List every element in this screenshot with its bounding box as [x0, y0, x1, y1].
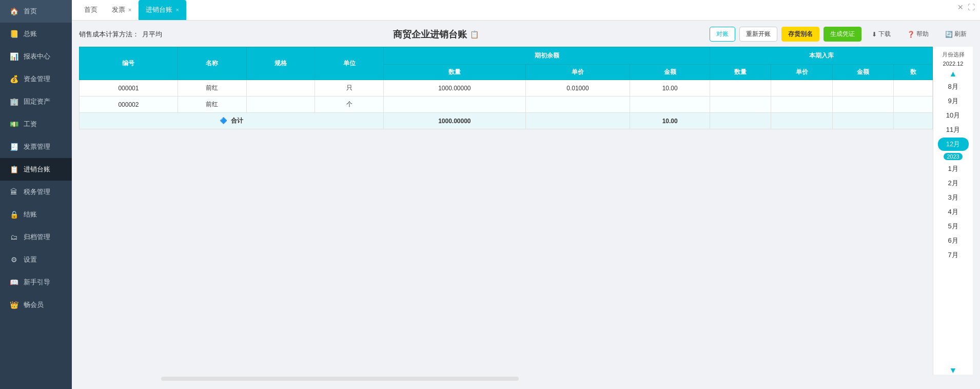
cell-in-qty: [710, 80, 771, 96]
col-name-header: 名称: [178, 47, 246, 80]
month-10[interactable]: 10月: [938, 109, 969, 122]
vip-icon: 👑: [9, 301, 18, 309]
archive-icon: 🗂: [9, 233, 18, 241]
cost-method-value: 月平均: [142, 30, 162, 39]
invoice-icon: 🧾: [9, 143, 18, 151]
sidebar-item-invoice[interactable]: 🧾 发票管理: [0, 135, 72, 158]
cell-spec: [246, 80, 315, 96]
col-in-price-header: 单价: [771, 65, 832, 80]
month-12[interactable]: 12月: [938, 138, 969, 151]
sidebar-item-funds[interactable]: 💰 资金管理: [0, 68, 72, 90]
sidebar-label-reports: 报表中心: [24, 52, 50, 61]
help-button[interactable]: ❓ 帮助: [901, 27, 935, 41]
sidebar-item-settings[interactable]: ⚙ 设置: [0, 248, 72, 271]
salary-icon: 💵: [9, 120, 18, 128]
close-account-icon: 🔒: [9, 210, 18, 219]
sidebar-item-assets[interactable]: 🏢 固定资产: [0, 90, 72, 113]
month-panel-title: 月份选择: [942, 51, 965, 59]
action-buttons: 对账 重新开账 存货别名 生成凭证 ⬇ 下载 ❓ 帮助 🔄 刷新: [710, 27, 973, 42]
sidebar-label-assets: 固定资产: [24, 97, 50, 106]
tab-home[interactable]: 首页: [77, 0, 105, 20]
month-4[interactable]: 4月: [938, 205, 969, 219]
sidebar-label-archive: 归档管理: [24, 232, 50, 242]
sidebar: 🏠 首页 📒 总账 📊 报表中心 💰 资金管理 🏢 固定资产 💵 工资 🧾 发票…: [0, 0, 72, 389]
ledger-icon: 📒: [9, 30, 18, 38]
cell-begin-amount: [630, 96, 710, 113]
month-5[interactable]: 5月: [938, 220, 969, 233]
cost-method-info: 销售成本计算方法： 月平均: [79, 30, 162, 39]
sidebar-item-vip[interactable]: 👑 畅会员: [0, 294, 72, 316]
sidebar-item-tax[interactable]: 🏛 税务管理: [0, 181, 72, 203]
total-in-price: [771, 113, 832, 129]
month-7[interactable]: 7月: [938, 248, 969, 262]
cell-spec: [246, 96, 315, 113]
page-title: 商贸企业进销台账: [393, 28, 467, 41]
tab-invoice-label: 发票: [112, 5, 125, 14]
inventory-icon: 📋: [9, 165, 18, 173]
generate-voucher-button[interactable]: 生成凭证: [824, 27, 861, 42]
sidebar-item-ledger[interactable]: 📒 总账: [0, 23, 72, 45]
cell-no: 000002: [80, 96, 178, 113]
cell-in-price: [771, 96, 832, 113]
sidebar-label-vip: 畅会员: [24, 300, 44, 309]
cell-begin-qty: [384, 96, 525, 113]
col-spec-header: 规格: [246, 47, 315, 80]
page-title-area: 商贸企业进销台账 📋: [393, 28, 479, 41]
sidebar-item-home[interactable]: 🏠 首页: [0, 0, 72, 23]
month-scroll-down[interactable]: ▼: [949, 366, 957, 375]
sidebar-item-guide[interactable]: 📖 新手引导: [0, 271, 72, 294]
col-begin-amount-header: 金额: [630, 65, 710, 80]
match-button[interactable]: 对账: [710, 27, 735, 42]
main-area: 首页 发票 × 进销台账 × ✕ ⛶ 销售成本计算方法： 月平均 商贸企业进销台…: [72, 0, 980, 389]
tab-home-label: 首页: [84, 5, 97, 14]
month-3[interactable]: 3月: [938, 191, 969, 204]
refresh-button[interactable]: 🔄 刷新: [939, 27, 973, 41]
window-close-button[interactable]: ✕: [957, 3, 964, 11]
sidebar-label-guide: 新手引导: [24, 278, 50, 287]
table-row: 000002 前红 个: [80, 96, 933, 113]
help-icon: ❓: [907, 31, 915, 38]
col-inbound-header: 本期入库: [710, 47, 933, 65]
tab-invoice-close[interactable]: ×: [128, 7, 131, 13]
month-scroll-up[interactable]: ▲: [949, 70, 957, 78]
col-no-header: 编号: [80, 47, 178, 80]
download-button[interactable]: ⬇ 下载: [866, 27, 897, 41]
sidebar-item-reports[interactable]: 📊 报表中心: [0, 45, 72, 68]
tab-inventory-close[interactable]: ×: [175, 7, 179, 13]
save-alias-button[interactable]: 存货别名: [781, 27, 819, 42]
month-2[interactable]: 2月: [938, 177, 969, 190]
tab-invoice[interactable]: 发票 ×: [105, 0, 139, 20]
tab-inventory-label: 进销台账: [146, 5, 172, 14]
cell-begin-qty: 1000.00000: [384, 80, 525, 96]
window-controls: ✕ ⛶: [957, 3, 975, 11]
cell-in-amount: [832, 80, 893, 96]
month-11[interactable]: 11月: [938, 123, 969, 137]
tab-inventory[interactable]: 进销台账 ×: [139, 0, 186, 20]
total-label: 🔷 合计: [80, 113, 384, 129]
cost-method-label: 销售成本计算方法：: [79, 30, 139, 39]
funds-icon: 💰: [9, 75, 18, 83]
cell-name[interactable]: 前红: [178, 96, 246, 113]
month-8[interactable]: 8月: [938, 80, 969, 93]
col-begin-qty-header: 数量: [384, 65, 525, 80]
sidebar-item-inventory[interactable]: 📋 进销台账: [0, 158, 72, 181]
cell-in-extra: [894, 96, 933, 113]
window-expand-button[interactable]: ⛶: [968, 3, 975, 11]
cell-in-price: [771, 80, 832, 96]
cell-name[interactable]: 前红: [178, 80, 246, 96]
month-6[interactable]: 6月: [938, 234, 969, 247]
assets-icon: 🏢: [9, 98, 18, 106]
month-9[interactable]: 9月: [938, 94, 969, 108]
month-list: 8月 9月 10月 11月 12月 2023 1月 2月 3月 4月 5月 6月…: [938, 78, 969, 366]
reopen-button[interactable]: 重新开账: [739, 27, 777, 42]
total-in-qty: [710, 113, 771, 129]
sidebar-item-close[interactable]: 🔒 结账: [0, 203, 72, 226]
sidebar-item-salary[interactable]: 💵 工资: [0, 113, 72, 135]
inventory-table: 编号 名称 规格 单位 期初余额 本期入库 数量 单价 金额 数量: [79, 47, 933, 129]
total-begin-amount: 10.00: [630, 113, 710, 129]
col-unit-header: 单位: [315, 47, 384, 80]
sidebar-item-archive[interactable]: 🗂 归档管理: [0, 226, 72, 248]
month-1[interactable]: 1月: [938, 162, 969, 176]
sidebar-label-salary: 工资: [24, 120, 37, 129]
month-panel-year: 2022.12: [943, 61, 964, 67]
